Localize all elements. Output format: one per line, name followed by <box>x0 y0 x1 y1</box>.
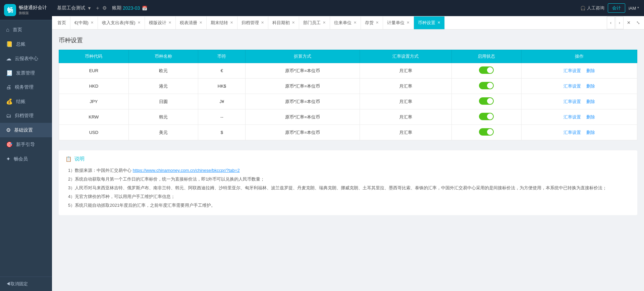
sidebar-item-basic[interactable]: ⚙ 基础设置 <box>0 123 52 137</box>
rate-settings-link[interactable]: 汇率设置 <box>564 68 581 73</box>
tab-close-icon[interactable]: ✕ <box>292 20 295 25</box>
tab-close-icon[interactable]: ✕ <box>138 20 141 25</box>
rate-settings-link[interactable]: 汇率设置 <box>564 130 581 135</box>
tab-tax[interactable]: 税表清册 ✕ <box>176 16 207 29</box>
cell-calc-method: 原币*汇率=本位币 <box>246 125 360 140</box>
sidebar-item-home[interactable]: ⌂ 首页 <box>0 23 52 37</box>
tab-label: 存货 <box>365 20 374 26</box>
home-icon: ⌂ <box>6 27 9 33</box>
col-header-rate: 汇率设置方式 <box>360 50 451 63</box>
company-settings-icon[interactable]: ⚙ <box>102 5 107 11</box>
note-item-4: 4）无官方牌价的币种，可以用用户手工维护汇率信息； <box>65 192 631 201</box>
tab-label: €(中期) <box>74 20 89 26</box>
tab-close-icon[interactable]: ✕ <box>261 20 264 25</box>
table-row: JPY 日圆 J¥ 原币*汇率=本位币 月汇率 汇率设置 删除 <box>59 94 637 109</box>
tab-label: 归档管理 <box>241 20 259 26</box>
cell-status <box>452 94 522 109</box>
cell-rate-method: 月汇率 <box>360 63 451 79</box>
table-row: KRW 韩元 -- 原币*汇率=本位币 月汇率 汇率设置 删除 <box>59 109 637 125</box>
tab-label: 部门员工 <box>303 20 321 26</box>
cell-calc-method: 原币*汇率=本位币 <box>246 63 360 79</box>
tab-expand-button[interactable]: ⤡ <box>633 16 643 29</box>
sidebar-item-member[interactable]: ✦ 畅会员 <box>0 152 52 166</box>
cell-name: 欧元 <box>128 63 198 79</box>
cell-symbol: -- <box>198 109 246 125</box>
sidebar-item-label: 发票管理 <box>16 70 35 76</box>
tab-label: 首页 <box>57 20 66 26</box>
app-header: 基层工会测试 ▼ ＋ ⚙ 账期 2023-03 📅 🎧 人工咨询 会计 iAM … <box>52 0 644 16</box>
cell-rate-method: 月汇率 <box>360 94 451 109</box>
toggle-enabled[interactable] <box>479 128 494 136</box>
tab-dept[interactable]: 部门员工 ✕ <box>299 16 330 29</box>
tab-close-icon[interactable]: ✕ <box>437 20 440 25</box>
tab-subjects[interactable]: 科目期初 ✕ <box>268 16 299 29</box>
service-button[interactable]: 🎧 人工咨询 <box>580 5 604 11</box>
cell-name: 日圆 <box>128 94 198 109</box>
delete-link[interactable]: 删除 <box>586 84 595 89</box>
delete-link[interactable]: 删除 <box>586 68 595 73</box>
tab-balance[interactable]: €(中期) ✕ <box>70 16 98 29</box>
tab-template[interactable]: 模版设计 ✕ <box>145 16 176 29</box>
tab-inventory[interactable]: 存货 ✕ <box>361 16 383 29</box>
col-header-name: 币种名称 <box>128 50 198 63</box>
tab-label: 币种设置 <box>418 20 435 26</box>
sidebar-item-tax[interactable]: 🖨 税务管理 <box>0 80 52 94</box>
tab-close-icon[interactable]: ✕ <box>168 20 171 25</box>
sidebar-item-invoice[interactable]: 🧾 发票管理 <box>0 66 52 80</box>
tab-period-end[interactable]: 期末结转 ✕ <box>207 16 237 29</box>
col-header-action: 操作 <box>521 50 637 63</box>
currency-table: 币种代码 币种名称 币符 折算方式 汇率设置方式 启用状态 操作 EUR 欧元 … <box>59 50 637 140</box>
tab-clients[interactable]: 往来单位 ✕ <box>330 16 361 29</box>
tab-home[interactable]: 首页 <box>53 16 70 29</box>
delete-link[interactable]: 删除 <box>586 130 595 135</box>
sidebar-item-settlement[interactable]: 💰 结账 <box>0 94 52 109</box>
toggle-knob <box>487 129 493 135</box>
sidebar-item-reports[interactable]: ☁ 云报表中心 <box>0 51 52 66</box>
tab-close-icon[interactable]: ✕ <box>376 20 379 25</box>
delete-link[interactable]: 删除 <box>586 99 595 104</box>
cell-code: KRW <box>59 109 129 125</box>
col-header-calc: 折算方式 <box>246 50 360 63</box>
sidebar-item-guide[interactable]: 🎯 新手引导 <box>0 137 52 152</box>
tab-close-icon[interactable]: ✕ <box>407 20 410 25</box>
notes-list: 1）数据来源：中国外汇交易中心 https://www.chinamoney.c… <box>65 166 631 210</box>
kuaiji-button[interactable]: 会计 <box>608 3 625 13</box>
tab-close-icon[interactable]: ✕ <box>199 20 202 25</box>
tab-currency[interactable]: 币种设置 ✕ <box>414 16 445 29</box>
sidebar-nav: ⌂ 首页 📒 总账 ☁ 云报表中心 🧾 发票管理 🖨 税务管理 💰 结账 🗂 归… <box>0 20 52 277</box>
tab-close-all-button[interactable]: ✕ <box>624 16 633 29</box>
rate-settings-link[interactable]: 汇率设置 <box>564 84 581 89</box>
rate-settings-link[interactable]: 汇率设置 <box>564 114 581 119</box>
tab-income[interactable]: 收入支出表(年报) ✕ <box>98 16 145 29</box>
tab-next-button[interactable]: › <box>615 16 624 29</box>
toggle-enabled[interactable] <box>479 82 494 89</box>
tab-label: 收入支出表(年报) <box>102 20 136 26</box>
cell-calc-method: 原币*汇率=本位币 <box>246 94 360 109</box>
rate-settings-link[interactable]: 汇率设置 <box>564 99 581 104</box>
tab-label: 税表清册 <box>180 20 197 26</box>
add-company-icon[interactable]: ＋ <box>95 5 100 12</box>
toggle-enabled[interactable] <box>479 97 494 105</box>
tab-close-icon[interactable]: ✕ <box>230 20 233 25</box>
company-dropdown-icon[interactable]: ▼ <box>87 6 92 11</box>
tab-close-icon[interactable]: ✕ <box>91 20 94 25</box>
toggle-enabled[interactable] <box>479 66 494 74</box>
sidebar-item-label: 首页 <box>13 27 22 33</box>
calendar-icon[interactable]: 📅 <box>142 6 147 11</box>
sidebar-item-archive[interactable]: 🗂 归档管理 <box>0 109 52 123</box>
chinamoney-link[interactable]: https://www.chinamoney.com.cn/chinese/bk… <box>133 168 240 173</box>
note-icon: 📋 <box>65 156 72 162</box>
tab-prev-button[interactable]: ‹ <box>607 16 615 29</box>
tab-unit[interactable]: 计量单位 ✕ <box>383 16 414 29</box>
cell-symbol: J¥ <box>198 94 246 109</box>
cell-status <box>452 109 522 125</box>
sidebar-item-label: 归档管理 <box>15 113 34 119</box>
delete-link[interactable]: 删除 <box>586 114 595 119</box>
toggle-enabled[interactable] <box>479 113 494 120</box>
tab-close-icon[interactable]: ✕ <box>323 20 326 25</box>
tab-archive[interactable]: 归档管理 ✕ <box>237 16 268 29</box>
tab-close-icon[interactable]: ✕ <box>354 20 357 25</box>
sidebar-item-ledger[interactable]: 📒 总账 <box>0 37 52 51</box>
sidebar-item-label: 结账 <box>16 99 25 105</box>
sidebar-pin-toggle[interactable]: ◀取消固定 <box>0 277 52 291</box>
